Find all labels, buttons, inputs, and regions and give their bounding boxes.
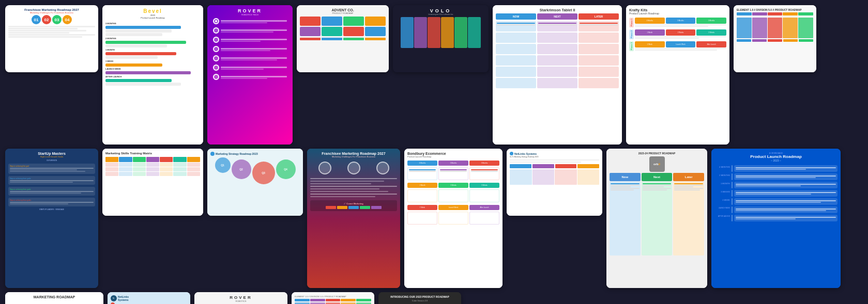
card-franchisee-white[interactable]: Franchisee Marketing Roadmap 2027 Market… bbox=[5, 5, 98, 72]
card-title: NetLinks Systems bbox=[514, 152, 537, 155]
card-subtitle: PRODUCT ROADMAP bbox=[300, 12, 386, 14]
card-subtitle: 2023Product Launch Roadmap bbox=[105, 14, 200, 19]
card-title: NetLinksSystems bbox=[118, 295, 129, 301]
card-product-roadmap-dark[interactable]: INTRODUCING OUR 2023 PRODUCT ROADMAP Cub… bbox=[378, 292, 461, 304]
card-title: StartUp Masters bbox=[8, 152, 95, 155]
card-subtitle: Marketing Challenges For Franchisee Busi… bbox=[310, 155, 397, 158]
card-title: ROVER bbox=[210, 8, 290, 13]
card-title: MARKETING ROADMAP bbox=[8, 295, 100, 299]
card-title: ADVENT CO. bbox=[300, 8, 386, 12]
card-title: ELEMENT 1.0 // DIVISION 5.0 // PRODUCT R… bbox=[295, 295, 371, 298]
card-title: Bondbury Ecommerce bbox=[407, 152, 499, 155]
card-bondbury[interactable]: Bondbury Ecommerce Product Launch Roadma… bbox=[404, 149, 502, 288]
card-subtitle: Product Launch Roadmap bbox=[407, 155, 499, 158]
card-volo[interactable]: VOLO Introducing the VOLO collection lin… bbox=[393, 5, 489, 72]
card-subtitle: Go To Marketing Strategy Roadmap 2023 bbox=[510, 156, 599, 158]
template-gallery: Franchisee Marketing Roadmap 2027 Market… bbox=[0, 0, 868, 304]
card-rover-bottom[interactable]: ROVER ROBOTICS 1 2 bbox=[194, 292, 287, 304]
card-netlinks-bottom-left[interactable]: NL NetLinksSystems Q1 Q2 Q3 bbox=[108, 292, 190, 304]
card-title: Starkrimson Tablet II bbox=[496, 8, 619, 12]
card-netlinks-top[interactable]: Marketing Strategy Roadmap 2023 Q1 Q2 Q3… bbox=[207, 149, 303, 216]
card-starkrimson[interactable]: Starkrimson Tablet II NOW NEXT LATER bbox=[493, 5, 622, 145]
card-title: ELEMENT 1.0 // DIVISION 5.0 // PRODUCT R… bbox=[737, 8, 813, 11]
card-vengage[interactable]: ♥ VENNGAGE Product Launch Roadmap – 2023… bbox=[711, 149, 841, 288]
card-subtitle: High-Level Growth Goals bbox=[8, 155, 95, 158]
card-title: Krafty Kits bbox=[629, 8, 726, 12]
card-title: VOLO bbox=[396, 8, 485, 13]
card-franchisee-dark[interactable]: Franchisee Marketing Roadmap 2027 Market… bbox=[307, 149, 400, 288]
card-netlinks-bottom[interactable]: NetLinks Systems Go To Marketing Strateg… bbox=[507, 149, 602, 216]
card-title: Marketing Skills Training Matrix bbox=[105, 152, 200, 155]
card-subtitle: Cube Version 2.0 bbox=[382, 299, 458, 302]
card-subtitle: Product Launch Roadmap bbox=[629, 12, 726, 15]
card-title: Franchisee Marketing Roadmap 2027 bbox=[310, 152, 397, 155]
card-element-bottom[interactable]: ELEMENT 1.0 // DIVISION 5.0 // PRODUCT R… bbox=[292, 292, 374, 304]
card-bevel[interactable]: Bevel 2023Product Launch Roadmap 3 MONTH… bbox=[102, 5, 203, 145]
card-rover-tall[interactable]: ROVER ROBOTICS TECH bbox=[207, 5, 293, 145]
card-subtitle: ROBOTICS bbox=[197, 300, 284, 302]
card-marketing-roadmap[interactable]: MARKETING ROADMAP bbox=[5, 292, 103, 304]
card-title: Marketing Strategy Roadmap 2023 bbox=[216, 152, 258, 155]
card-title: 2023-24 PRODUCT ROADMAP bbox=[610, 152, 704, 155]
card-subtitle: ROBOTICS TECH bbox=[210, 13, 290, 16]
card-subtitle: Introducing the VOLO collection line bbox=[396, 13, 485, 15]
card-advent-co[interactable]: ADVENT CO. PRODUCT ROADMAP bbox=[297, 5, 389, 72]
card-subtitle: Marketing Challenges For Franchisee Busi… bbox=[8, 11, 95, 14]
card-marketing-skills[interactable]: Marketing Skills Training Matrix bbox=[102, 149, 203, 216]
card-element-top[interactable]: ELEMENT 1.0 // DIVISION 5.0 // PRODUCT R… bbox=[734, 5, 816, 72]
card-title: INTRODUCING OUR 2023 PRODUCT ROADMAP bbox=[382, 295, 458, 298]
card-now-next-later[interactable]: 2023-24 PRODUCT ROADMAP orbil Now bbox=[606, 149, 707, 288]
card-title: ROVER bbox=[197, 295, 284, 300]
card-krafty-kits[interactable]: Krafty Kits Product Launch Roadmap Phase… bbox=[626, 5, 729, 145]
card-title: Bevel bbox=[105, 8, 200, 14]
card-startup-masters[interactable]: StartUp Masters High-Level Growth Goals … bbox=[5, 149, 98, 288]
